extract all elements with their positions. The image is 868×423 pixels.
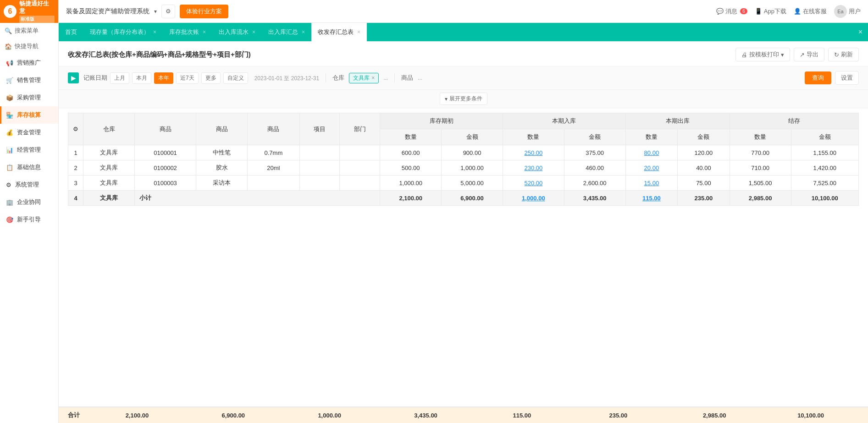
goods-label: 商品 (401, 74, 413, 82)
main-area: 装备及固定资产辅助管理系统 ▾ ⚙ 体验行业方案 💬 消息 6 📱 App下载 … (59, 0, 868, 423)
goods-more[interactable]: ... (418, 75, 422, 81)
row-out-qty[interactable]: 15.00 (625, 176, 678, 191)
footer-in-amt: 3,435.00 (378, 412, 474, 419)
system-dropdown[interactable]: ▾ (154, 8, 157, 15)
messages-button[interactable]: 💬 消息 6 (716, 7, 747, 16)
subtotal-label: 小计 (135, 191, 380, 206)
settings-button[interactable]: 设置 (835, 71, 859, 85)
print-button[interactable]: 🖨 按模板打印 ▾ (735, 48, 790, 61)
tab-close-icon[interactable]: × (153, 29, 156, 35)
tabs-bar: 首页 现存量（库存分布表） × 库存批次账 × 出入库流水 × 出入库汇总 × … (59, 23, 868, 41)
col-header-in-qty: 数量 (503, 129, 564, 145)
sidebar-item-system[interactable]: ⚙ 系统管理 (0, 176, 58, 193)
data-table: ⚙ 仓库 商品 商品 商品 项目 部门 库存期初 本期入库 本期出库 结存 数量 (68, 113, 859, 206)
guide-icon: 🎯 (6, 216, 13, 223)
sidebar-item-label: 企业协同 (17, 198, 41, 206)
col-header-close-amt: 金额 (791, 129, 858, 145)
sidebar-item-operation[interactable]: 📊 经营管理 (0, 141, 58, 159)
sidebar-item-search[interactable]: 🔍 搜索菜单 (0, 23, 58, 38)
app-title: 畅捷通好生意 (19, 0, 55, 14)
warehouse-tag-label: 文具库 (353, 74, 370, 82)
subtotal-open-amt: 6,900.00 (442, 191, 503, 206)
tab-inout-summary[interactable]: 出入库汇总 × (262, 23, 311, 41)
tab-close-icon[interactable]: × (302, 29, 305, 35)
table-row: 1 文具库 0100001 中性笔 0.7mm 600.00 900.00 25… (68, 145, 859, 160)
chevron-down-icon: ▾ (781, 51, 784, 58)
subtotal-out-qty[interactable]: 115.00 (625, 191, 678, 206)
row-goods-code: 0100002 (135, 160, 196, 176)
tab-close-icon[interactable]: × (203, 29, 206, 35)
app-download-button[interactable]: 📱 App下载 (755, 7, 786, 16)
footer-out-amt: 235.00 (570, 412, 666, 419)
row-no: 1 (68, 145, 83, 160)
close-all-tabs-button[interactable]: × (853, 28, 868, 36)
header-left: 装备及固定资产辅助管理系统 ▾ ⚙ 体验行业方案 (66, 5, 228, 18)
sidebar-item-inventory[interactable]: 🏪 库存核算 (0, 106, 58, 124)
sidebar-item-basic-info[interactable]: 📋 基础信息 (0, 159, 58, 176)
row-out-qty[interactable]: 80.00 (625, 145, 678, 160)
user-menu[interactable]: Ea 用户 (834, 5, 861, 18)
tab-recv-summary[interactable]: 收发存汇总表 × (311, 23, 367, 41)
sidebar-item-corp[interactable]: 🏢 企业协同 (0, 193, 58, 211)
date-range-display: 2023-01-01 至 2023-12-31 (254, 75, 319, 82)
sidebar-item-label: 基础信息 (17, 163, 41, 171)
tab-batch[interactable]: 库存批次账 × (163, 23, 212, 41)
query-button[interactable]: 查询 (805, 71, 831, 84)
chevron-down-icon: ▾ (154, 8, 157, 15)
sidebar-item-purchase[interactable]: 📦 采购管理 (0, 89, 58, 106)
sidebar-item-quick-nav[interactable]: 🏠 快捷导航 (0, 38, 58, 54)
tab-stock-dist[interactable]: 现存量（库存分布表） × (83, 23, 163, 41)
online-service-button[interactable]: 👤 在线客服 (794, 7, 827, 16)
expand-more-conditions-button[interactable]: ▾ 展开更多条件 (440, 93, 487, 105)
settings-button[interactable]: ⚙ (161, 5, 175, 18)
finance-icon: 💰 (6, 129, 13, 136)
sidebar-item-finance[interactable]: 💰 资金管理 (0, 124, 58, 141)
sidebar-item-label: 销售管理 (17, 76, 41, 84)
sidebar-item-sales[interactable]: 🛒 销售管理 (0, 71, 58, 89)
system-title: 装备及固定资产辅助管理系统 (66, 7, 149, 16)
table-settings-header[interactable]: ⚙ (68, 113, 83, 145)
row-in-qty[interactable]: 250.00 (503, 145, 564, 160)
header-right: 💬 消息 6 📱 App下载 👤 在线客服 Ea 用户 (716, 5, 861, 18)
row-goods-code: 0100001 (135, 145, 196, 160)
sidebar-item-marketing[interactable]: 📢 营销推广 (0, 54, 58, 71)
warehouse-label: 仓库 (332, 74, 344, 82)
export-button[interactable]: ↗ 导出 (794, 48, 824, 61)
tab-inout-flow[interactable]: 出入库流水 × (212, 23, 262, 41)
col-header-in-amt: 金额 (564, 129, 625, 145)
sidebar-item-label: 系统管理 (15, 181, 39, 189)
date-custom-btn[interactable]: 自定义 (223, 72, 248, 84)
refresh-button[interactable]: ↻ 刷新 (828, 48, 859, 61)
date-this-month-btn[interactable]: 本月 (132, 72, 151, 84)
tab-home-label: 首页 (65, 28, 77, 36)
row-close-qty: 1,505.00 (730, 176, 791, 191)
app-subtitle: 标准版 (19, 16, 55, 23)
date-7days-btn[interactable]: 近7天 (176, 72, 199, 84)
total-label: 合计 (68, 411, 80, 419)
row-dept (340, 145, 380, 160)
row-in-qty[interactable]: 230.00 (503, 160, 564, 176)
warehouse-more[interactable]: ... (383, 75, 388, 81)
date-last-month-btn[interactable]: 上月 (110, 72, 129, 84)
sidebar-item-label: 搜索菜单 (15, 27, 39, 35)
tab-close-icon[interactable]: × (357, 29, 360, 35)
export-icon: ↗ (800, 51, 805, 58)
filter-expand-button[interactable]: ▶ (68, 72, 79, 83)
table-subtotal-row: 4 文具库 小计 2,100.00 6,900.00 1,000.00 3,43… (68, 191, 859, 206)
tab-home[interactable]: 首页 (59, 23, 83, 41)
try-industry-button[interactable]: 体验行业方案 (180, 5, 228, 18)
subtotal-in-qty[interactable]: 1,000.00 (503, 191, 564, 206)
col-header-open-qty: 数量 (380, 129, 442, 145)
row-close-qty: 710.00 (730, 160, 791, 176)
page-content: 收发存汇总表(按仓库+商品编码+商品+规格型号+项目+部门) 🖨 按模板打印 ▾… (59, 41, 868, 407)
sidebar-item-guide[interactable]: 🎯 新手引导 (0, 211, 58, 228)
row-open-qty: 1,000.00 (380, 176, 442, 191)
col-header-dept: 部门 (340, 113, 380, 145)
row-out-qty[interactable]: 20.00 (625, 160, 678, 176)
col-group-opening: 库存期初 (380, 113, 503, 129)
warehouse-tag-close[interactable]: × (371, 75, 375, 81)
tab-close-icon[interactable]: × (252, 29, 255, 35)
date-this-year-btn[interactable]: 本年 (154, 72, 173, 84)
date-more-btn[interactable]: 更多 (201, 72, 221, 84)
row-in-qty[interactable]: 520.00 (503, 176, 564, 191)
